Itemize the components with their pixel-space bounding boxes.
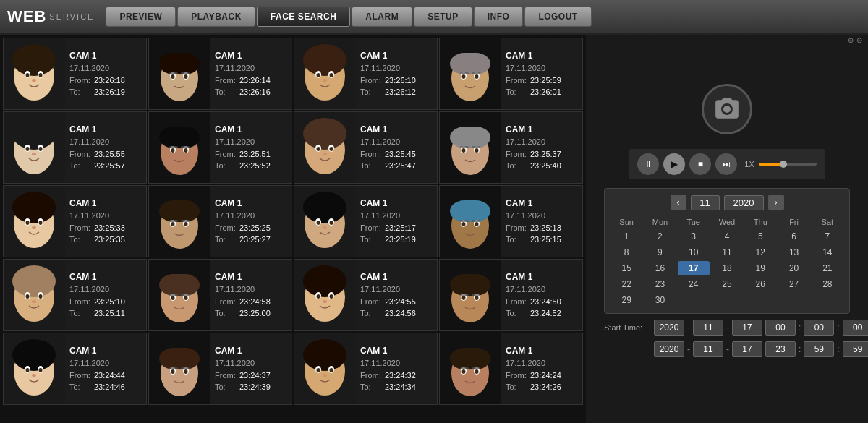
cal-day[interactable]: 26	[744, 277, 776, 291]
face-card[interactable]: CAM 1 17.11.2020 From: 23:25:25 To: 23:2…	[148, 185, 292, 257]
face-card[interactable]: CAM 1 17.11.2020 From: 23:25:45 To: 23:2…	[294, 111, 438, 184]
play-button[interactable]: ▶	[663, 153, 685, 175]
svg-rect-95	[450, 200, 490, 222]
face-card[interactable]: CAM 1 17.11.2020 From: 23:24:37 To: 23:2…	[148, 333, 292, 405]
face-card[interactable]: CAM 1 17.11.2020 From: 23:25:13 To: 23:2…	[439, 185, 583, 257]
cal-day[interactable]: 25	[711, 277, 743, 291]
svg-rect-66	[460, 146, 469, 148]
face-to-row: To: 23:24:34	[360, 381, 416, 393]
nav-tab-info[interactable]: INFO	[474, 7, 524, 27]
from-label: From:	[69, 296, 93, 308]
cal-day[interactable]: 30	[644, 293, 676, 307]
start-year-input[interactable]	[654, 320, 684, 336]
cal-day[interactable]: 7	[812, 229, 843, 244]
cal-day[interactable]: 28	[812, 277, 843, 291]
end-month-input[interactable]	[693, 341, 723, 357]
cal-day[interactable]: 21	[812, 261, 843, 275]
face-info: CAM 1 17.11.2020 From: 23:26:18 To: 23:2…	[65, 38, 129, 109]
face-card[interactable]: CAM 1 17.11.2020 From: 23:25:51 To: 23:2…	[148, 111, 292, 184]
cal-day[interactable]: 1	[610, 229, 642, 244]
cal-day[interactable]: 9	[644, 245, 676, 260]
next-button[interactable]: ⏭	[715, 153, 737, 175]
cal-day[interactable]: 17	[678, 261, 710, 275]
cal-day[interactable]: 14	[812, 245, 843, 260]
cal-day[interactable]: 11	[711, 245, 743, 260]
cal-day[interactable]: 2	[644, 229, 676, 244]
face-cam-label: CAM 1	[360, 197, 416, 210]
stop-button[interactable]: ■	[689, 153, 711, 175]
nav-tab-face-search[interactable]: FACE SEARCH	[257, 7, 351, 27]
cal-day[interactable]: 20	[778, 261, 809, 275]
calendar-next-button[interactable]: ›	[768, 195, 784, 210]
calendar-month-input[interactable]	[691, 195, 720, 210]
zoom-out-icon[interactable]: ⊖	[856, 36, 862, 44]
cal-day[interactable]: 4	[711, 229, 743, 244]
nav-tab-alarm[interactable]: ALARM	[352, 7, 412, 27]
face-card[interactable]: CAM 1 17.11.2020 From: 23:24:58 To: 23:2…	[148, 259, 292, 331]
to-label: To:	[215, 160, 238, 172]
face-cam-label: CAM 1	[69, 197, 125, 210]
face-card[interactable]: CAM 1 17.11.2020 From: 23:24:24 To: 23:2…	[439, 333, 583, 405]
cal-day[interactable]: 12	[744, 245, 776, 260]
cal-day-header: Sun	[610, 216, 642, 228]
cal-day[interactable]: 19	[744, 261, 776, 275]
start-day-input[interactable]	[732, 320, 762, 336]
to-label: To:	[360, 234, 383, 246]
face-card[interactable]: CAM 1 17.11.2020 From: 23:25:59 To: 23:2…	[439, 38, 583, 110]
face-card[interactable]: CAM 1 17.11.2020 From: 23:24:55 To: 23:2…	[294, 259, 438, 331]
face-cam-label: CAM 1	[360, 270, 416, 283]
cal-day[interactable]: 23	[644, 277, 676, 291]
cal-day[interactable]: 13	[778, 245, 809, 260]
nav-tab-logout[interactable]: LOGOUT	[524, 7, 591, 27]
svg-point-58	[323, 153, 327, 155]
face-from-row: From: 23:24:37	[215, 369, 271, 382]
svg-point-108	[39, 294, 43, 299]
start-hour-input[interactable]	[765, 320, 796, 336]
face-card[interactable]: CAM 1 17.11.2020 From: 23:25:37 To: 23:2…	[439, 111, 583, 184]
calendar-year-input[interactable]	[724, 195, 764, 210]
face-card[interactable]: CAM 1 17.11.2020 From: 23:26:10 To: 23:2…	[294, 38, 438, 110]
calendar-prev-button[interactable]: ‹	[671, 195, 686, 210]
start-month-input[interactable]	[693, 320, 723, 336]
end-hour-input[interactable]	[765, 341, 796, 357]
face-card[interactable]: CAM 1 17.11.2020 From: 23:25:17 To: 23:2…	[294, 185, 438, 257]
cal-day[interactable]: 16	[644, 261, 676, 275]
end-year-input[interactable]	[654, 341, 684, 357]
to-label: To:	[506, 307, 529, 320]
face-date: 17.11.2020	[215, 62, 271, 74]
to-label: To:	[360, 86, 383, 98]
face-card[interactable]: CAM 1 17.11.2020 From: 23:25:10 To: 23:2…	[3, 259, 147, 331]
start-min-input[interactable]	[804, 320, 834, 336]
face-thumbnail	[149, 112, 210, 184]
cal-day[interactable]: 6	[778, 229, 809, 244]
face-card[interactable]: CAM 1 17.11.2020 From: 23:26:18 To: 23:2…	[3, 38, 147, 110]
face-card[interactable]: CAM 1 17.11.2020 From: 23:26:14 To: 23:2…	[148, 38, 292, 110]
cal-day[interactable]: 24	[678, 277, 710, 291]
end-sec-input[interactable]	[843, 341, 868, 357]
cal-day[interactable]: 3	[678, 229, 710, 244]
end-day-input[interactable]	[732, 341, 762, 357]
svg-point-138	[12, 339, 56, 371]
cal-day[interactable]: 15	[610, 261, 642, 275]
cal-day[interactable]: 10	[678, 245, 710, 260]
cal-day[interactable]: 5	[744, 229, 776, 244]
start-sec-input[interactable]	[843, 320, 868, 336]
cal-day[interactable]: 8	[610, 245, 642, 260]
cal-day[interactable]: 29	[610, 293, 642, 307]
pause-button[interactable]: ⏸	[637, 153, 659, 175]
end-min-input[interactable]	[804, 341, 834, 357]
zoom-in-icon[interactable]: ⊕	[848, 36, 854, 44]
nav-tab-setup[interactable]: SETUP	[414, 7, 472, 27]
nav-tab-playback[interactable]: PLAYBACK	[177, 7, 255, 27]
cal-day[interactable]: 22	[610, 277, 642, 291]
to-label: To:	[69, 160, 93, 172]
speed-slider[interactable]	[759, 163, 817, 166]
face-card[interactable]: CAM 1 17.11.2020 From: 23:25:33 To: 23:2…	[3, 185, 147, 257]
face-card[interactable]: CAM 1 17.11.2020 From: 23:24:32 To: 23:2…	[294, 333, 438, 405]
face-card[interactable]: CAM 1 17.11.2020 From: 23:24:44 To: 23:2…	[3, 333, 147, 405]
cal-day[interactable]: 27	[778, 277, 809, 291]
nav-tab-preview[interactable]: PREVIEW	[106, 7, 176, 27]
cal-day[interactable]: 18	[711, 261, 743, 275]
face-card[interactable]: CAM 1 17.11.2020 From: 23:25:55 To: 23:2…	[3, 111, 147, 184]
face-card[interactable]: CAM 1 17.11.2020 From: 23:24:50 To: 23:2…	[439, 259, 583, 331]
